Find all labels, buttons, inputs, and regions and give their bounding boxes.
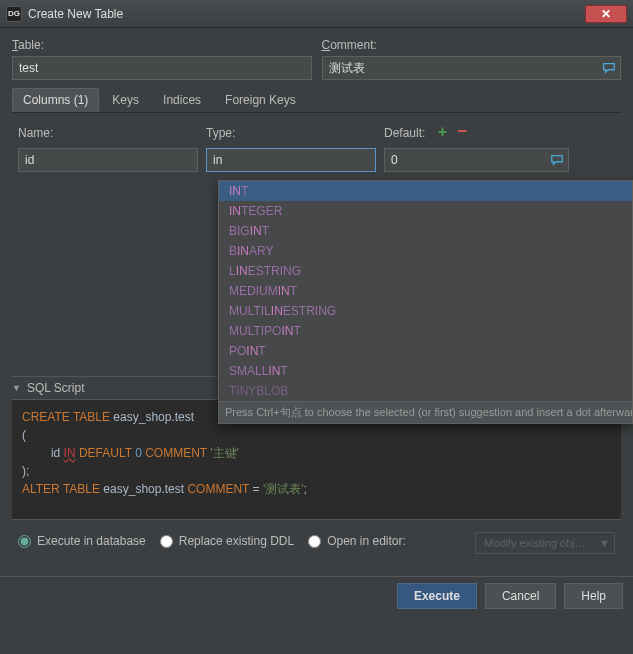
collapse-triangle-icon: ▼ (12, 383, 21, 393)
ac-item[interactable]: SMALLINT (219, 361, 632, 381)
execute-button[interactable]: Execute (397, 583, 477, 609)
modify-existing-select[interactable]: Modify existing obj… ▼ (475, 532, 615, 554)
tab-foreign-keys[interactable]: Foreign Keys (214, 88, 307, 112)
default-bubble-icon[interactable] (548, 151, 566, 169)
ac-item[interactable]: POINT (219, 341, 632, 361)
tab-keys[interactable]: Keys (101, 88, 150, 112)
close-button[interactable]: ✕ (585, 5, 627, 23)
help-button[interactable]: Help (564, 583, 623, 609)
window-title: Create New Table (28, 7, 585, 21)
radio-replace-ddl[interactable]: Replace existing DDL (160, 534, 294, 548)
titlebar: DG Create New Table ✕ (0, 0, 633, 28)
ac-item[interactable]: LINESTRING (219, 261, 632, 281)
app-logo: DG (6, 6, 22, 22)
tab-indices[interactable]: Indices (152, 88, 212, 112)
ac-hint: Press Ctrl+句点 to choose the selected (or… (219, 401, 632, 423)
col-default-header: Default: (384, 126, 425, 140)
comment-label: Comment: (322, 38, 622, 52)
ac-item[interactable]: BINARY (219, 241, 632, 261)
remove-column-button[interactable]: − (453, 121, 471, 142)
col-default-input[interactable] (384, 148, 569, 172)
comment-bubble-icon[interactable] (600, 59, 618, 77)
ac-item[interactable]: MULTILINESTRING (219, 301, 632, 321)
tab-columns[interactable]: Columns (1) (12, 88, 99, 112)
comment-input[interactable] (322, 56, 622, 80)
col-name-input[interactable] (18, 148, 198, 172)
ac-item[interactable]: TINYBLOB (219, 381, 632, 401)
radio-execute-db[interactable]: Execute in database (18, 534, 146, 548)
ac-item[interactable]: BIGINT (219, 221, 632, 241)
tabstrip: Columns (1) Keys Indices Foreign Keys (12, 88, 621, 113)
ac-item[interactable]: INT (219, 181, 632, 201)
ac-item[interactable]: MULTIPOINT (219, 321, 632, 341)
autocomplete-popup: INT INTEGER BIGINT BINARY LINESTRING MED… (218, 180, 633, 424)
col-type-input[interactable] (206, 148, 376, 172)
sql-script-label: SQL Script (27, 381, 85, 395)
chevron-down-icon: ▼ (599, 537, 610, 549)
ac-item[interactable]: INTEGER (219, 201, 632, 221)
col-name-header: Name: (18, 126, 198, 140)
add-column-button[interactable]: + (433, 123, 451, 141)
cancel-button[interactable]: Cancel (485, 583, 556, 609)
table-name-input[interactable] (12, 56, 312, 80)
ac-item[interactable]: MEDIUMINT (219, 281, 632, 301)
radio-open-editor[interactable]: Open in editor: (308, 534, 406, 548)
table-label: Table: (12, 38, 312, 52)
col-type-header: Type: (206, 126, 376, 140)
